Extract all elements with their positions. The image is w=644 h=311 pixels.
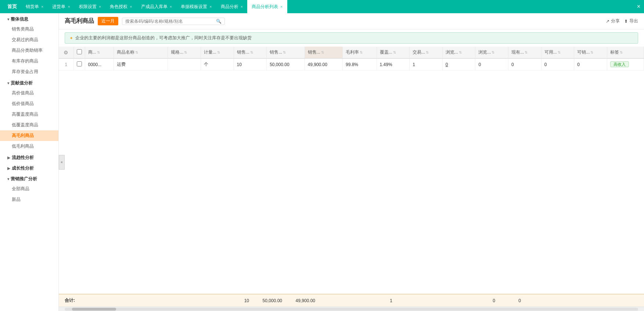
col-name[interactable]: 商品名称 ⇅ [114,47,168,58]
sidebar-item-traded-goods[interactable]: 交易过的商品 [0,35,58,45]
arrow-icon-2: ▾ [7,81,9,85]
sidebar-section-contribution[interactable]: ▾ 贡献值分析 [0,77,58,88]
sort-icon-sales-qty: ⇅ [250,50,253,54]
col-available[interactable]: 可用... ⇅ [541,47,574,58]
share-icon: ↗ [606,19,609,24]
table-container[interactable]: ⚙ 商... ⇅ 商品名称 [59,47,644,294]
sidebar-item-new-goods[interactable]: 新品 [0,194,58,205]
close-sales-tab[interactable]: × [41,4,43,9]
content-area: « 高毛利商品 近一月 🔍 ↗ 分享 ⬆ 导出 ✦ 企 [59,13,644,311]
nav-analysis-list[interactable]: 商品分析列表 × [247,0,287,13]
col-browse1[interactable]: 浏览... ⇅ [442,47,475,58]
col-tag[interactable]: 标签 ⇅ [607,47,644,58]
col-trade[interactable]: 交易... ⇅ [410,47,443,58]
sort-icon-code: ⇅ [97,50,100,54]
row-browse1[interactable]: 0 [442,58,475,70]
nav-purchase[interactable]: 进货单 × [48,0,74,13]
close-permissions-tab[interactable]: × [99,4,101,9]
footer-sales-cost: 49,900.00 [285,298,318,303]
col-browse2[interactable]: 浏览... ⇅ [475,47,508,58]
sidebar-item-stock-capital[interactable]: 库存资金占用 [0,66,58,77]
col-sales-qty[interactable]: 销售... ⇅ [234,47,267,58]
arrow-icon: ▾ [7,17,9,21]
row-sales-cost: 49,900.00 [305,58,342,70]
col-code[interactable]: 商... ⇅ [85,47,114,58]
col-settings[interactable]: ⚙ [59,47,73,58]
period-button[interactable]: 近一月 [98,17,118,25]
nav-product-in[interactable]: 产成品入库单 × [137,0,176,13]
sidebar-item-high-coverage[interactable]: 高覆盖度商品 [0,109,58,120]
footer-sales-qty: 10 [223,298,252,303]
export-button[interactable]: ⬆ 导出 [624,18,638,24]
sort-icon-trade: ⇅ [426,50,429,54]
share-button[interactable]: ↗ 分享 [606,18,620,24]
col-unit[interactable]: 计量... ⇅ [201,47,234,58]
row-sellable: 0 [574,58,607,70]
page-title: 高毛利商品 [65,17,94,25]
sidebar-section-growth[interactable]: ▶ 成长性分析 [0,162,58,173]
col-margin-rate[interactable]: 毛利率 ⇅ [342,47,377,58]
row-number: 1 [59,58,73,70]
sidebar-item-high-value[interactable]: 高价值商品 [0,88,58,98]
col-checkbox[interactable] [73,47,85,58]
header-actions: ↗ 分享 ⬆ 导出 [606,18,638,24]
sidebar-section-overall[interactable]: ▾ 整体信息 [0,13,58,24]
col-sellable[interactable]: 可销... ⇅ [574,47,607,58]
nav-sales[interactable]: 销货单 × [21,0,48,13]
sort-icon-name: ⇅ [135,50,138,54]
row-margin-rate: 99.8% [342,58,377,70]
sidebar-item-low-margin[interactable]: 低毛利商品 [0,141,58,152]
sort-icon-sellable: ⇅ [590,50,593,54]
nav-roles[interactable]: 角色授权 × [105,0,136,13]
col-current-stock[interactable]: 现有... ⇅ [508,47,542,58]
top-navigation: 首页 销货单 × 进货单 × 权限设置 × 角色授权 × 产成品入库单 × 单据… [0,0,644,13]
close-roles-tab[interactable]: × [130,4,132,9]
col-spec[interactable]: 规格... ⇅ [168,47,201,58]
scrollbar-track [65,308,638,311]
scrollbar-thumb[interactable] [72,308,116,311]
tip-icon: ✦ [69,36,73,41]
sidebar-item-all-goods[interactable]: 全部商品 [0,184,58,194]
nav-template[interactable]: 单据模板设置 × [176,0,216,13]
close-product-in-tab[interactable]: × [170,4,172,9]
footer-trade: 1 [370,298,395,303]
sidebar-item-category-rate[interactable]: 商品分类助销率 [0,45,58,56]
bottom-scrollbar[interactable] [59,307,644,311]
sort-icon-unit: ⇅ [217,50,220,54]
sidebar-item-sales-goods[interactable]: 销售类商品 [0,24,58,35]
close-analysis-list-tab[interactable]: × [280,4,283,9]
browse1-link[interactable]: 0 [446,62,448,67]
sidebar-item-stock-goods[interactable]: 有库存的商品 [0,56,58,66]
main-layout: ▾ 整体信息 销售类商品 交易过的商品 商品分类助销率 有库存的商品 库存资金占… [0,13,644,311]
window-close-button[interactable]: × [637,3,640,10]
table-row: 1 0000... 运费 个 10 50,000.00 49,900.00 99… [59,58,644,70]
nav-home[interactable]: 首页 [3,0,21,13]
sidebar-section-trend[interactable]: ▶ 流趋性分析 [0,152,58,162]
footer-label: 合计: [65,297,94,304]
sidebar-section-marketing[interactable]: ▾ 营销推广分析 [0,173,58,184]
table-header-row: ⚙ 商... ⇅ 商品名称 [59,47,644,58]
col-coverage[interactable]: 覆盖... ⇅ [377,47,410,58]
search-box: 🔍 [122,18,225,25]
close-purchase-tab[interactable]: × [68,4,70,9]
sidebar-collapse-button[interactable]: « [59,155,65,170]
search-input[interactable] [125,19,216,24]
col-sales-amount[interactable]: 销售... ⇅ [267,47,305,58]
sort-icon-coverage: ⇅ [393,50,396,54]
row-checkbox[interactable] [77,61,82,66]
close-analysis-tab[interactable]: × [241,4,243,9]
settings-icon[interactable]: ⚙ [64,50,68,55]
sidebar-item-high-margin[interactable]: 高毛利商品 [0,130,58,141]
sidebar-item-low-value[interactable]: 低价值商品 [0,98,58,109]
sort-icon-tag: ⇅ [620,50,623,54]
row-browse2: 0 [475,58,508,70]
nav-analysis[interactable]: 商品分析 × [216,0,247,13]
col-sales-cost[interactable]: 销售... ⇅ [305,47,342,58]
close-template-tab[interactable]: × [209,4,212,9]
select-all-checkbox[interactable] [77,49,82,54]
search-icon[interactable]: 🔍 [216,19,222,24]
row-checkbox-cell[interactable] [73,58,85,70]
row-coverage: 1.49% [377,58,410,70]
nav-permissions[interactable]: 权限设置 × [75,0,105,13]
sidebar-item-low-coverage[interactable]: 低覆盖度商品 [0,120,58,130]
